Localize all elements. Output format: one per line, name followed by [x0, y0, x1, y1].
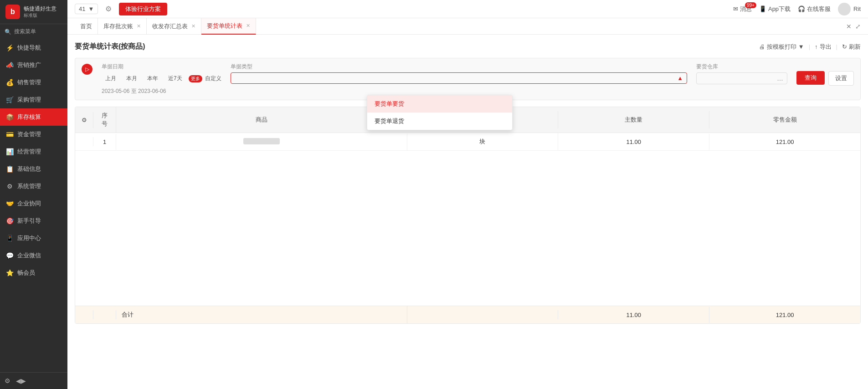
filter-type-chevron-up-icon[interactable]: ▲ [677, 75, 683, 82]
filter-date-row: 上月 本月 本年 近7天 更多 自定义 [102, 73, 221, 84]
sidebar-item-app-center[interactable]: 📱 应用中心 [0, 230, 67, 247]
filter-warehouse-input-wrapper[interactable]: … [696, 72, 787, 84]
quick-nav-icon: ⚡ [5, 44, 14, 52]
cooperation-icon: 🤝 [5, 200, 14, 208]
filter-warehouse-input[interactable] [700, 75, 777, 82]
close-tab-receive-summary[interactable]: ✕ [191, 23, 195, 29]
date-more-badge[interactable]: 更多 [189, 75, 202, 82]
filter-expand-btn[interactable]: ▷ [82, 64, 92, 75]
dropdown-item-order-return-label: 要货单退货 [375, 118, 404, 124]
date-btn-this-month[interactable]: 本月 [123, 73, 141, 84]
sidebar-bottom: ⚙ ◀▶ [0, 372, 67, 389]
sidebar-item-label: 经营管理 [17, 148, 41, 156]
date-btn-custom[interactable]: 自定义 [205, 75, 221, 82]
td-quantity: 11.00 [558, 134, 709, 150]
th-quantity: 主数量 [558, 111, 709, 128]
close-tab-inventory-batch[interactable]: ✕ [137, 23, 141, 29]
sidebar-item-marketing[interactable]: 📣 营销推广 [0, 56, 67, 74]
sidebar-item-operations[interactable]: 📊 经营管理 [0, 143, 67, 160]
td-amount: 121.00 [709, 134, 860, 150]
sidebar-item-system[interactable]: ⚙ 系统管理 [0, 178, 67, 195]
query-btn[interactable]: 查询 [796, 71, 825, 85]
top-settings-icon[interactable]: ⚙ [105, 5, 112, 13]
print-label: 按模板打印 [767, 43, 796, 51]
sidebar-item-sales[interactable]: 💰 销售管理 [0, 74, 67, 91]
dropdown-item-order-request[interactable]: 要货单要货 [367, 95, 512, 113]
type-dropdown: 要货单要货 要货单退货 [367, 95, 513, 130]
industry-btn[interactable]: 体验行业方案 [119, 3, 167, 15]
sidebar-item-purchase[interactable]: 🛒 采购管理 [0, 91, 67, 108]
online-service-btn[interactable]: 🎧 在线客服 [798, 5, 831, 13]
tab-close-all-icon[interactable]: ✕ [846, 23, 852, 30]
export-btn[interactable]: ↑ 导出 [815, 43, 832, 51]
app-logo-icon: b [5, 5, 20, 19]
guide-icon: 🎯 [5, 217, 14, 225]
page-actions: 🖨 按模板打印 ▼ | ↑ 导出 | ↻ 刷新 [759, 43, 861, 51]
message-btn[interactable]: ✉ 消息 99+ [733, 5, 752, 13]
tab-order-summary[interactable]: 要货单统计表 ✕ [201, 18, 256, 35]
close-tab-order-summary[interactable]: ✕ [246, 23, 250, 29]
tab-inventory-batch[interactable]: 库存批次账 ✕ [98, 18, 147, 35]
sidebar-nav: ⚡ 快捷导航 📣 营销推广 💰 销售管理 🛒 采购管理 📦 库存核算 💳 资金管… [0, 39, 67, 372]
settings-bottom-icon[interactable]: ⚙ [5, 377, 10, 384]
filter-type-label: 单据类型 [231, 63, 687, 71]
collapse-sidebar-icon[interactable]: ◀▶ [16, 377, 26, 384]
sidebar-item-inventory[interactable]: 📦 库存核算 [0, 108, 67, 126]
top-header: 41 ▼ ⚙ 体验行业方案 ✉ 消息 99+ 📱 App下载 🎧 在线客服 R [67, 0, 868, 18]
td-unit: 块 [407, 133, 559, 150]
marketing-icon: 📣 [5, 61, 14, 69]
inventory-icon: 📦 [5, 113, 14, 121]
table-footer: 合计 11.00 121.00 [75, 306, 860, 323]
filter-date-label: 单据日期 [102, 63, 221, 71]
user-label: Rit [853, 5, 861, 12]
sidebar-item-base-info[interactable]: 📋 基础信息 [0, 160, 67, 178]
settings-btn2[interactable]: 设置 [828, 71, 854, 86]
sidebar-search[interactable]: 🔍 搜索菜单 [0, 24, 67, 39]
sidebar-search-label: 搜索菜单 [14, 28, 36, 36]
sidebar-item-member[interactable]: ⭐ 畅会员 [0, 264, 67, 282]
operations-icon: 📊 [5, 148, 14, 156]
page-header: 要货单统计表(按商品) 🖨 按模板打印 ▼ | ↑ 导出 | ↻ [75, 42, 861, 51]
app-label: App下载 [768, 5, 791, 13]
data-table: ⚙ 序号 商品 主计量单位 主数量 零售金额 1 块 11.00 121 [75, 107, 861, 324]
sidebar-item-label: 畅会员 [17, 269, 35, 277]
tab-home[interactable]: 首页 [75, 18, 98, 35]
date-range-display: 2023-05-06 至 2023-06-06 [102, 87, 221, 95]
filter-bar: ▷ 单据日期 上月 本月 本年 近7天 更多 自定义 2023-05-06 至 … [75, 58, 861, 100]
date-btn-7days[interactable]: 近7天 [164, 73, 186, 84]
store-selector[interactable]: 41 ▼ [75, 4, 98, 14]
sidebar-item-label: 资金管理 [17, 130, 41, 138]
action-divider-2: | [836, 43, 837, 50]
tab-expand-icon[interactable]: ⤢ [855, 23, 861, 30]
tab-receive-summary-label: 收发存汇总表 [152, 22, 188, 31]
sidebar-item-guide[interactable]: 🎯 新手引导 [0, 212, 67, 230]
tab-bar: 首页 库存批次账 ✕ 收发存汇总表 ✕ 要货单统计表 ✕ ✕ ⤢ [67, 18, 868, 35]
filter-type-input[interactable] [235, 75, 677, 82]
tab-receive-summary[interactable]: 收发存汇总表 ✕ [147, 18, 201, 35]
sidebar-item-cooperation[interactable]: 🤝 企业协同 [0, 195, 67, 212]
tf-total-label: 合计 [116, 306, 407, 323]
date-btn-this-year[interactable]: 本年 [144, 73, 162, 84]
print-btn[interactable]: 🖨 按模板打印 ▼ [759, 43, 804, 51]
page-container: 要货单统计表(按商品) 🖨 按模板打印 ▼ | ↑ 导出 | ↻ [67, 35, 868, 389]
user-info[interactable]: Rit [838, 3, 861, 15]
sidebar-item-quick-nav[interactable]: ⚡ 快捷导航 [0, 39, 67, 56]
app-download-btn[interactable]: 📱 App下载 [759, 5, 791, 13]
date-btn-last-month[interactable]: 上月 [102, 73, 120, 84]
sidebar-item-finance[interactable]: 💳 资金管理 [0, 126, 67, 143]
service-icon: 🎧 [798, 5, 805, 12]
table-row: 1 块 11.00 121.00 [75, 133, 860, 151]
sidebar-item-wechat[interactable]: 💬 企业微信 [0, 247, 67, 264]
th-settings[interactable]: ⚙ [75, 112, 93, 128]
filter-type-input-wrapper[interactable]: ▲ [231, 72, 687, 84]
tab-bar-end: ✕ ⤢ [846, 23, 861, 30]
tf-unit [407, 310, 559, 319]
tf-no [93, 310, 116, 319]
filter-warehouse-group: 要货仓库 … [696, 63, 787, 84]
dropdown-item-order-request-label: 要货单要货 [375, 100, 404, 107]
filter-warehouse-more-icon[interactable]: … [777, 75, 783, 82]
dropdown-item-order-return[interactable]: 要货单退货 [367, 113, 512, 130]
td-settings [75, 137, 93, 146]
refresh-btn[interactable]: ↻ 刷新 [842, 43, 861, 51]
tf-settings [75, 310, 93, 319]
